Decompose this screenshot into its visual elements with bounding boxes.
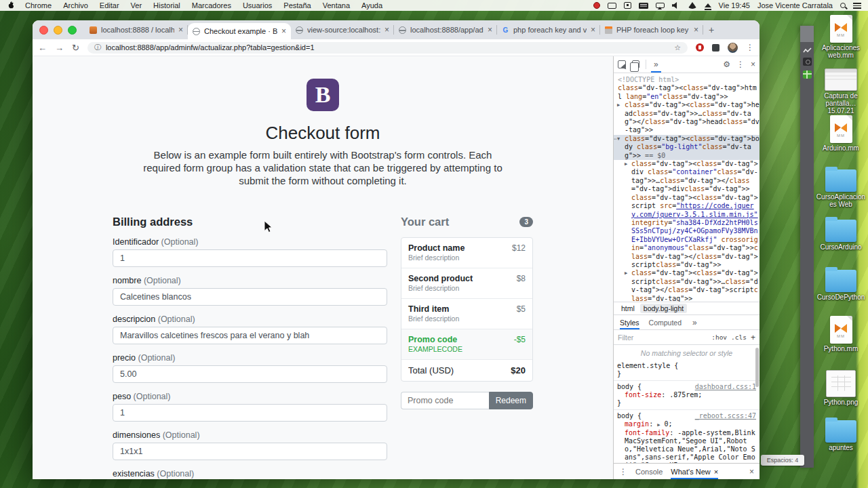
- dom-tree-line[interactable]: ⋯▼class="dv-tag"><class="dv-tag">body cl…: [614, 135, 760, 160]
- menubar-username[interactable]: Jose Vicente Carratala: [757, 1, 833, 9]
- promo-code-input[interactable]: [401, 392, 489, 409]
- dom-tree-line[interactable]: ▶class="dv-tag"><class="dv-tag">headclas…: [614, 101, 760, 135]
- forward-button[interactable]: →: [55, 43, 64, 52]
- dom-tree-line[interactable]: ▶class="dv-tag"><class="dv-tag">div clas…: [614, 160, 760, 194]
- dom-tree-line[interactable]: <!DOCTYPE html>: [614, 76, 760, 84]
- dom-tree-line[interactable]: class="dv-tag"><class="dv-tag">html lang…: [614, 84, 760, 101]
- field-input[interactable]: [113, 443, 387, 460]
- close-window-button[interactable]: [39, 26, 48, 35]
- panel-tabs-more-icon[interactable]: »: [691, 318, 698, 327]
- chrome-menu-icon[interactable]: ⋮: [746, 43, 754, 52]
- desktop-icon[interactable]: MMAplicaciones web.mm: [815, 15, 867, 65]
- css-rule[interactable]: element.style {}: [614, 360, 760, 380]
- extensions-icon[interactable]: [712, 44, 719, 52]
- gift-icon[interactable]: [803, 70, 812, 79]
- menubar-item[interactable]: Marcadores: [192, 1, 231, 9]
- address-bar[interactable]: ⓘ localhost:8888/app/adminfw/actualizar.…: [87, 42, 688, 54]
- menubar-item[interactable]: Historial: [153, 1, 180, 9]
- browser-tab[interactable]: view-source:localhost:8888/a×: [291, 20, 394, 39]
- dom-tree-line[interactable]: class="dv-tag"><class="dv-tag">script sr…: [614, 194, 760, 270]
- tab-close-icon[interactable]: ×: [281, 28, 286, 35]
- url-text[interactable]: localhost:8888/app/adminfw/actualizar.ph…: [106, 43, 315, 52]
- tab-close-icon[interactable]: ×: [178, 26, 183, 33]
- drawer-tab[interactable]: What's New×: [671, 464, 718, 479]
- dom-tree-line[interactable]: ▶class="dv-tag"><class="dv-tag">scriptcl…: [614, 269, 760, 302]
- camera-icon[interactable]: [803, 58, 812, 66]
- more-panels-icon[interactable]: »: [652, 60, 660, 69]
- desktop-icon[interactable]: CursoArduino: [815, 216, 867, 266]
- field-input[interactable]: [113, 249, 387, 267]
- menubar-item[interactable]: Ventana: [323, 1, 350, 9]
- tab-close-icon[interactable]: ×: [591, 26, 595, 33]
- profile-avatar[interactable]: [728, 43, 738, 53]
- menubar-item[interactable]: Usuarios: [243, 1, 272, 9]
- field-input[interactable]: [113, 327, 387, 344]
- inspect-element-icon[interactable]: [618, 60, 626, 68]
- styles-pane[interactable]: No matching selector or style element.st…: [614, 345, 760, 463]
- status-icon[interactable]: [624, 2, 631, 9]
- drawer-tab[interactable]: Console: [635, 464, 663, 479]
- notification-center-icon[interactable]: [853, 3, 861, 9]
- css-rule[interactable]: body {dashboard.css:1font-size: .875rem;…: [614, 380, 760, 409]
- browser-tab[interactable]: localhost:8888/app/admin/ind×: [394, 20, 497, 39]
- desktop-icon[interactable]: CursoDePython: [815, 266, 867, 316]
- tab-close-icon[interactable]: ×: [384, 26, 389, 33]
- status-icon[interactable]: [688, 2, 697, 9]
- menubar-clock[interactable]: Vie 19:45: [719, 1, 750, 9]
- css-rule[interactable]: body {_reboot.scss:47margin: ▶ 0;font-fa…: [614, 409, 760, 463]
- drawer-menu-icon[interactable]: ⋮: [619, 468, 627, 476]
- browser-tab[interactable]: localhost:8888 / localhost / cu×: [85, 20, 188, 39]
- devtools-menu-icon[interactable]: ⋮: [736, 60, 745, 68]
- status-icon[interactable]: [656, 3, 665, 8]
- menubar-item[interactable]: Ayuda: [361, 1, 382, 9]
- panel-tab-styles[interactable]: Styles: [620, 315, 639, 329]
- tab-close-icon[interactable]: ×: [488, 26, 492, 33]
- browser-tab[interactable]: Checkout example · Bootstrap×: [188, 23, 291, 39]
- menubar-item[interactable]: Chrome: [25, 1, 52, 9]
- desktop-icon[interactable]: MMPython.mm: [815, 316, 867, 366]
- drawer-tab-close-icon[interactable]: ×: [714, 468, 718, 476]
- field-input[interactable]: [113, 365, 387, 383]
- style-toggle-button[interactable]: :hov: [711, 333, 727, 341]
- new-style-rule-icon[interactable]: +: [751, 333, 755, 342]
- adblock-extension-icon[interactable]: [696, 43, 704, 52]
- css-source-link[interactable]: dashboard.css:1: [695, 383, 756, 391]
- desktop-icon[interactable]: MMArduino.mm: [815, 115, 867, 165]
- activity-icon[interactable]: [803, 45, 812, 53]
- desktop-icon[interactable]: apuntes: [815, 416, 867, 466]
- devtools-settings-icon[interactable]: ⚙: [723, 60, 730, 68]
- minimize-window-button[interactable]: [54, 26, 62, 35]
- style-toggle-button[interactable]: .cls: [731, 333, 747, 341]
- menubar-item[interactable]: Archivo: [63, 1, 88, 9]
- bookmark-star-icon[interactable]: ☆: [674, 43, 681, 52]
- apple-menu-icon[interactable]: [7, 1, 14, 10]
- status-icon[interactable]: [705, 3, 711, 7]
- menubar-item[interactable]: Editar: [100, 1, 119, 9]
- tab-close-icon[interactable]: ×: [694, 26, 698, 33]
- device-toolbar-icon[interactable]: [632, 60, 639, 68]
- breadcrumb-item[interactable]: body.bg-light: [640, 304, 687, 313]
- drawer-close-icon[interactable]: ×: [749, 467, 754, 476]
- styles-scrollbar[interactable]: [755, 348, 759, 387]
- spotlight-search-icon[interactable]: [840, 3, 846, 8]
- desktop-icon[interactable]: Captura de pantalla…15.07.21: [815, 65, 867, 115]
- menubar-item[interactable]: Ver: [131, 1, 142, 9]
- new-tab-button[interactable]: +: [703, 24, 719, 35]
- redeem-button[interactable]: Redeem: [489, 392, 533, 409]
- desktop-icon[interactable]: CursoAplicaciones Web: [815, 165, 867, 216]
- devtools-close-icon[interactable]: ×: [751, 60, 755, 68]
- breadcrumb-item[interactable]: html: [618, 304, 638, 313]
- zoom-window-button[interactable]: [68, 26, 77, 35]
- field-input[interactable]: [113, 404, 387, 422]
- field-input[interactable]: [113, 288, 387, 306]
- css-source-link[interactable]: _reboot.scss:47: [695, 412, 756, 420]
- styles-filter-input[interactable]: Filter: [618, 333, 707, 342]
- browser-tab[interactable]: Gphp foreach key and value - B×: [497, 20, 600, 39]
- desktop-icon[interactable]: Python.png: [815, 366, 867, 416]
- menubar-item[interactable]: Pestaña: [283, 1, 311, 9]
- browser-tab[interactable]: PHP foreach loop key value - S×: [600, 20, 703, 39]
- site-info-icon[interactable]: ⓘ: [94, 43, 101, 52]
- reload-button[interactable]: ↻: [72, 43, 79, 52]
- elements-tree[interactable]: <!DOCTYPE html>class="dv-tag"><class="dv…: [614, 73, 760, 302]
- panel-tab-computed[interactable]: Computed: [649, 315, 682, 329]
